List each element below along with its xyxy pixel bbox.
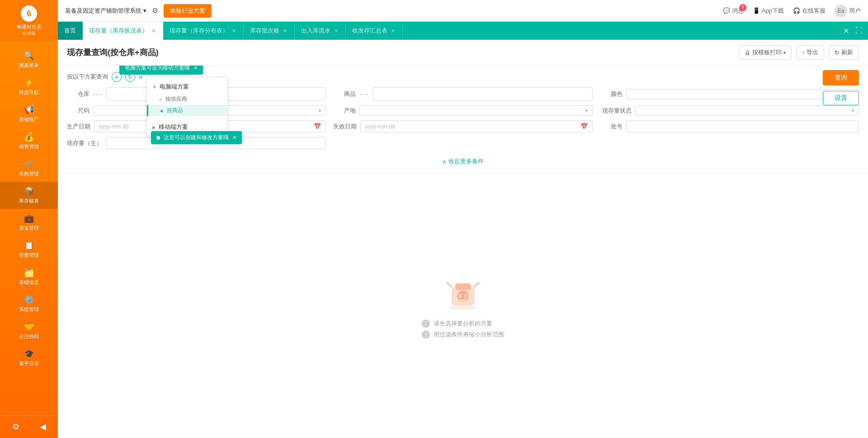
schema-mobile-arrow: ▶ bbox=[152, 125, 156, 130]
filter-field-color: 颜色 ▾ bbox=[600, 89, 859, 99]
header-right: 💬 消息 8 📱 App下载 🎧 在线客服 Ea 用户 bbox=[723, 5, 861, 17]
enterprise-icon: 🤝 bbox=[24, 322, 34, 332]
tooltip-schema-close[interactable]: ✕ bbox=[232, 135, 236, 141]
tab-maximize-icon[interactable]: ⛶ bbox=[854, 25, 864, 37]
tab-delivery-summary[interactable]: 收发存汇总表 ✕ bbox=[346, 22, 403, 40]
sidebar-item-sales[interactable]: 💰 销售管理 bbox=[0, 127, 58, 155]
collapse-btn[interactable]: ∧ 收起更多条件 bbox=[67, 154, 859, 167]
message-action[interactable]: 💬 消息 8 bbox=[723, 7, 744, 15]
trial-button[interactable]: 体验行业方案 bbox=[164, 4, 212, 18]
empty-state: 1 请先选择要分析的方案 2 用过滤条件来缩小分析范围 bbox=[58, 174, 868, 438]
schema-desktop-arrow: ▼ bbox=[152, 85, 157, 89]
schema-item-product[interactable]: ● 按商品 bbox=[147, 105, 227, 116]
filter-area: 按以下方案查询 + ↻ « 电脑方案可设为移动方案哦 ✕ bbox=[58, 66, 868, 174]
tab-close-all-icon[interactable]: ✕ bbox=[841, 25, 851, 37]
tab-bar-actions: ✕ ⛶ bbox=[838, 22, 868, 40]
sidebar: 6 畅通好生意 标准版 🔍 搜索菜单 ⚡ 快捷导航 📢 营销推广 💰 销售管理 … bbox=[0, 0, 58, 438]
settings-icon[interactable]: ⚙ bbox=[152, 6, 158, 15]
reset-button[interactable]: 设置 bbox=[823, 91, 859, 105]
exp-date-label: 失效日期 bbox=[333, 122, 357, 131]
status-select[interactable]: ▾ bbox=[635, 105, 859, 116]
sidebar-logo: 6 畅通好生意 标准版 bbox=[0, 0, 58, 42]
status-select-arrow: ▾ bbox=[852, 108, 854, 113]
svg-line-7 bbox=[474, 283, 479, 287]
tooltip-arrow-bubble: 电脑方案可设为移动方案哦 ✕ bbox=[119, 66, 203, 75]
online-support-label: 在线客服 bbox=[802, 7, 826, 15]
tooltip-schema-text: 这里可以创建和修改方案哦 bbox=[164, 134, 229, 141]
tab-inout-flow-close[interactable]: ✕ bbox=[333, 27, 339, 35]
filter-field-exp-date: 失效日期 yyyy-mm-dd 📅 bbox=[333, 120, 592, 132]
tab-batch-ledger-close[interactable]: ✕ bbox=[282, 27, 288, 35]
user-action[interactable]: Ea 用户 bbox=[835, 5, 861, 17]
sidebar-item-purchase[interactable]: 🛒 采购管理 bbox=[0, 155, 58, 182]
tooltip-arrow-close[interactable]: ✕ bbox=[193, 66, 198, 71]
print-button[interactable]: 🖨 按模板打印 ▾ bbox=[739, 45, 792, 60]
prod-date-calendar-icon[interactable]: 📅 bbox=[314, 123, 321, 130]
logo-icon: 6 bbox=[21, 5, 37, 22]
exp-date-input[interactable]: yyyy-mm-dd 📅 bbox=[360, 120, 592, 132]
tab-batch-ledger-label: 库存批次账 bbox=[250, 27, 279, 35]
origin-select[interactable]: ▾ bbox=[359, 105, 592, 116]
sidebar-settings-btn[interactable]: ⚙ bbox=[10, 420, 21, 433]
sidebar-item-enterprise[interactable]: 🤝 企业协同 bbox=[0, 317, 58, 344]
tab-batch-ledger[interactable]: 库存批次账 ✕ bbox=[244, 22, 295, 40]
sidebar-item-quick[interactable]: ⚡ 快捷导航 bbox=[0, 73, 58, 100]
sidebar-item-marketing[interactable]: 📢 营销推广 bbox=[0, 100, 58, 127]
filter-label: 按以下方案查询 bbox=[67, 73, 108, 81]
tab-inventory-dist-close[interactable]: ✕ bbox=[231, 27, 237, 35]
export-icon: ↑ bbox=[802, 49, 805, 56]
warehouse-label: 仓库 bbox=[67, 90, 90, 98]
tip-num-2: 2 bbox=[422, 330, 430, 339]
finance-icon: 💼 bbox=[24, 213, 34, 223]
refresh-button[interactable]: ↻ 刷新 bbox=[829, 45, 859, 60]
filter-field-batch: 批号 bbox=[600, 120, 859, 132]
refresh-icon: ↻ bbox=[835, 49, 840, 56]
message-icon: 💬 bbox=[723, 7, 730, 14]
product-dots[interactable]: ··· bbox=[359, 89, 369, 99]
system-selector[interactable]: 装备及固定资产辅助管理系统 ▾ bbox=[65, 7, 146, 15]
main-area: 装备及固定资产辅助管理系统 ▾ ⚙ 体验行业方案 💬 消息 8 📱 App下载 … bbox=[58, 0, 868, 438]
product-input[interactable] bbox=[373, 87, 592, 101]
sidebar-collapse-btn[interactable]: ◀ bbox=[38, 420, 48, 433]
exp-date-calendar-icon[interactable]: 📅 bbox=[580, 123, 588, 130]
svg-rect-2 bbox=[455, 283, 471, 290]
print-label: 按模板打印 bbox=[752, 48, 782, 57]
schema-item-supplier[interactable]: ● 按供应商 bbox=[147, 94, 227, 105]
tab-inventory-status[interactable]: 现存量（库存状况表） ✕ bbox=[83, 22, 163, 40]
tab-inout-flow[interactable]: 出入库流水 ✕ bbox=[295, 22, 346, 40]
tab-home[interactable]: 首页 bbox=[58, 22, 83, 40]
prod-date-label: 生产日期 bbox=[67, 122, 90, 131]
export-button[interactable]: ↑ 导出 bbox=[796, 45, 825, 60]
sidebar-item-system[interactable]: ⚙️ 系统管理 bbox=[0, 290, 58, 317]
sidebar-item-search[interactable]: 🔍 搜索菜单 bbox=[0, 46, 58, 73]
batch-input[interactable] bbox=[626, 120, 859, 132]
exp-date-placeholder: yyyy-mm-dd bbox=[365, 123, 395, 130]
content-wrapper: 按以下方案查询 + ↻ « 电脑方案可设为移动方案哦 ✕ bbox=[58, 66, 868, 438]
sidebar-item-operations[interactable]: 📋 经营管理 bbox=[0, 236, 58, 263]
page-title: 现存量查询(按仓库+商品) bbox=[67, 47, 159, 58]
search-button[interactable]: 查询 bbox=[823, 70, 859, 85]
warehouse-dots[interactable]: ··· bbox=[93, 89, 103, 99]
sidebar-item-guide[interactable]: 🎓 新手引导 bbox=[0, 344, 58, 372]
tab-delivery-summary-close[interactable]: ✕ bbox=[390, 27, 396, 35]
headset-icon: 🎧 bbox=[793, 7, 800, 14]
sidebar-item-base[interactable]: 🗂️ 基础信息 bbox=[0, 263, 58, 290]
user-avatar: Ea bbox=[835, 5, 847, 17]
app-download-action[interactable]: 📱 App下载 bbox=[753, 7, 784, 15]
schema-desktop-section[interactable]: ▼ 电脑端方案 bbox=[147, 80, 227, 94]
tab-inventory-status-close[interactable]: ✕ bbox=[151, 27, 156, 35]
empty-tips: 1 请先选择要分析的方案 2 用过滤条件来缩小分析范围 bbox=[422, 320, 504, 339]
sidebar-item-finance[interactable]: 💼 资金管理 bbox=[0, 209, 58, 236]
batch-label: 批号 bbox=[600, 122, 623, 131]
schema-dot-2: ● bbox=[160, 108, 163, 114]
schema-panel: ▼ 电脑端方案 ● 按供应商 ● 按商品 bbox=[146, 77, 228, 137]
tab-inventory-dist[interactable]: 现存量（库存分布表） ✕ bbox=[163, 22, 244, 40]
qty-label: 现存量（主） bbox=[67, 139, 102, 147]
schema-mobile-label: 移动端方案 bbox=[159, 123, 188, 131]
product-label: 商品 bbox=[333, 90, 356, 98]
sidebar-item-inventory[interactable]: 📦 库存核算 bbox=[0, 182, 58, 209]
print-dropdown-icon: ▾ bbox=[783, 50, 786, 55]
sales-icon: 💰 bbox=[24, 132, 34, 142]
online-support-action[interactable]: 🎧 在线客服 bbox=[793, 7, 826, 15]
page-header: 现存量查询(按仓库+商品) 🖨 按模板打印 ▾ ↑ 导出 ↻ 刷新 bbox=[58, 40, 868, 66]
